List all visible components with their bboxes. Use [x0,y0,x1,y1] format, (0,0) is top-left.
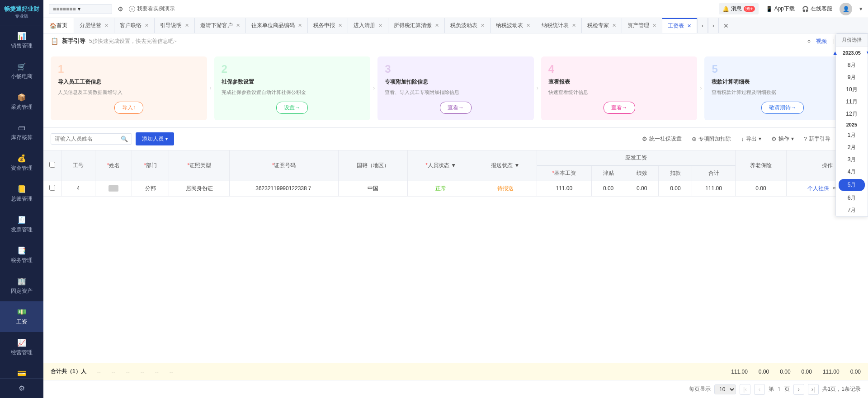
tab-next-btn[interactable]: › [708,18,719,33]
sidebar-item-发票管理[interactable]: 🧾发票管理 [0,209,43,240]
special-deduct-btn[interactable]: ⊕ 专项附加扣除 [689,133,734,145]
tab-close-btn[interactable]: ✕ [652,23,656,28]
month-picker-prev-year[interactable]: ▲ [830,48,840,57]
tab-close-btn[interactable]: ✕ [526,23,530,28]
row-checkbox[interactable] [49,185,55,191]
tab-close-btn[interactable]: ✕ [572,23,576,28]
month-picker-panel: 月份选择 ▲ 2023.05 ▼ 8月9月10月11月12月20251月2月3月… [835,33,868,217]
user-menu-btn[interactable]: ▾ [859,5,863,12]
next-page-btn[interactable]: › [793,384,804,395]
per-page-select[interactable]: 10 20 50 [714,384,736,394]
tab-item-4[interactable]: 往来单位商品编码✕ [246,18,308,33]
month-item-2月[interactable]: 2月 [836,141,868,154]
tab-item-2[interactable]: 引导说明✕ [155,18,195,33]
sidebar-item-资金管理[interactable]: 💰资金管理 [0,148,43,178]
message-btn[interactable]: 🔔 消息 99+ [719,3,759,14]
month-item-10月[interactable]: 10月 [836,84,868,96]
tab-close-btn[interactable]: ✕ [104,23,108,28]
demo-circle-icon: ○ [129,6,135,12]
footer-val-5: -- [170,369,173,375]
step-btn-3[interactable]: 查看→ [440,102,472,114]
sidebar-item-税务管理[interactable]: 📑税务管理 [0,240,43,271]
tab-item-0[interactable]: 分层经营✕ [74,18,114,33]
sidebar-item-采购管理[interactable]: 📦采购管理 [0,87,43,117]
sidebar-label: 税务管理 [11,257,33,264]
guide-btn[interactable]: ? 新手引导 [801,133,833,145]
cell-gonghu: 4 [61,181,95,196]
tab-prev-btn[interactable]: ‹ [697,18,708,33]
personal-social-link[interactable]: 个人社保 [807,185,829,192]
app-version: 专业版 [15,13,28,19]
sidebar-item-总账管理[interactable]: 📒总账管理 [0,178,43,209]
tab-close-all-btn[interactable]: ✕ [719,18,732,33]
guide-bar: 📋 新手引导 5步快速完成设置，快去完善信息吧~ ○ 视频 | 帮助 ✕ [43,33,868,49]
tab-item-7[interactable]: 所得税汇算清缴✕ [388,18,445,33]
month-item-9月[interactable]: 9月 [836,71,868,84]
tab-item-12[interactable]: 资产管理✕ [622,18,662,33]
step-btn-2[interactable]: 设置→ [276,102,308,114]
month-list: 8月9月10月11月12月20251月2月3月4月5月6月7月 [836,59,868,216]
tab-item-5[interactable]: 税务申报✕ [308,18,348,33]
add-person-btn[interactable]: 添加人员 ▾ [136,132,174,145]
select-all-checkbox[interactable] [49,162,55,168]
tab-close-btn[interactable]: ✕ [298,23,302,28]
tab-home[interactable]: 🏠 首页 [43,18,74,33]
tab-close-btn[interactable]: ✕ [145,23,149,28]
prev-page-btn[interactable]: ‹ [754,384,765,395]
month-item-7月[interactable]: 7月 [836,204,868,216]
month-picker-next-year[interactable]: ▼ [863,48,868,57]
first-page-btn[interactable]: |‹ [740,384,750,395]
sidebar-item-工资[interactable]: 💵工资 [0,301,43,332]
social-settings-label: 统一社保设置 [649,135,682,143]
sidebar-item-销售管理[interactable]: 📊销售管理 [0,25,43,56]
month-item-12月[interactable]: 12月 [836,108,868,120]
tab-close-btn[interactable]: ✕ [338,23,342,28]
tab-close-btn[interactable]: ✕ [435,23,439,28]
settings-icon[interactable]: ⚙ [116,4,125,14]
tab-item-8[interactable]: 税负波动表✕ [445,18,491,33]
tab-item-11[interactable]: 税检专家✕ [582,18,622,33]
tab-close-btn[interactable]: ✕ [236,23,240,28]
tab-close-btn[interactable]: ✕ [378,23,382,28]
last-page-btn[interactable]: ›| [808,384,819,395]
tab-close-btn[interactable]: ✕ [612,23,616,28]
step-btn-4[interactable]: 查看→ [604,102,635,114]
search-icon[interactable]: 🔍 [121,136,128,142]
sidebar-item-固定资产[interactable]: 🏢固定资产 [0,271,43,301]
step-btn-5[interactable]: 敬请期待→ [761,102,804,114]
month-item-4月[interactable]: 4月 [836,166,868,178]
user-avatar[interactable]: 👤 [840,3,852,15]
step-btn-1[interactable]: 导入↑ [114,102,143,114]
search-input[interactable] [55,136,118,142]
month-item-6月[interactable]: 6月 [836,192,868,204]
sidebar-item-小畅电商[interactable]: 🛒小畅电商 [0,56,43,87]
tab-item-10[interactable]: 纳税统计表✕ [536,18,582,33]
month-item-8月[interactable]: 8月 [836,59,868,71]
social-settings-btn[interactable]: ⚙ 统一社保设置 [639,133,684,145]
demo-btn[interactable]: ○ 我要看实例演示 [129,5,175,13]
tab-item-6[interactable]: 进入清册✕ [348,18,388,33]
sidebar-item-小畅报销[interactable]: 💳小畅报销 [0,363,43,378]
tab-close-btn[interactable]: ✕ [185,23,189,28]
tab-item-1[interactable]: 客户联络✕ [114,18,155,33]
export-btn[interactable]: ↓ 导出 ▾ [738,133,764,145]
tab-item-9[interactable]: 纳税波动表✕ [491,18,536,33]
guide-video-link[interactable]: 视频 [816,37,827,45]
cell-dept: 分部 [132,181,169,196]
tab-close-btn[interactable]: ✕ [687,23,691,29]
tab-item-13[interactable]: 工资表✕ [662,18,697,33]
tab-close-btn[interactable]: ✕ [481,23,485,28]
sidebar-item-经营管理[interactable]: 📈经营管理 [0,332,43,363]
operation-btn[interactable]: ⚙ 操作 ▾ [769,133,797,145]
online-service-btn[interactable]: 🎧 在线客服 [802,5,832,13]
sidebar-item-库存核算[interactable]: 🗃库存核算 [0,117,43,148]
sidebar-settings-btn[interactable]: ⚙ [0,378,43,398]
app-download-btn[interactable]: 📱 App下载 [766,5,795,13]
company-selector[interactable]: ■■■■■■■ ▾ [49,4,112,14]
month-item-5月[interactable]: 5月 [839,179,865,191]
month-item-1月[interactable]: 1月 [836,129,868,141]
tab-item-3[interactable]: 邀请下游客户✕ [195,18,246,33]
month-item-3月[interactable]: 3月 [836,154,868,166]
sidebar-icon: 📑 [17,246,26,255]
month-item-11月[interactable]: 11月 [836,96,868,108]
